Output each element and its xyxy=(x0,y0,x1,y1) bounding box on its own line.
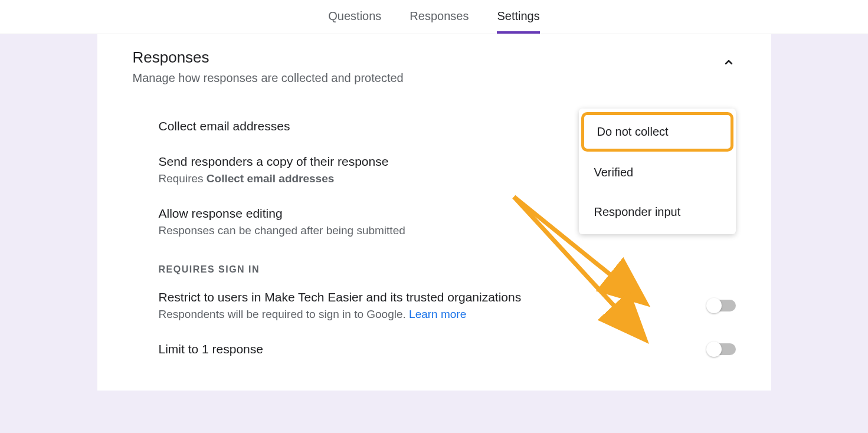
learn-more-link[interactable]: Learn more xyxy=(409,308,466,320)
tab-responses[interactable]: Responses xyxy=(410,0,469,34)
restrict-toggle[interactable] xyxy=(707,300,736,311)
collect-email-dropdown: Do not collect Verified Responder input xyxy=(579,109,736,234)
setting-restrict-users: Restrict to users in Make Tech Easier an… xyxy=(133,280,736,332)
section-subtitle: Manage how responses are collected and p… xyxy=(133,71,404,85)
limit-toggle[interactable] xyxy=(707,343,736,355)
subsection-requires-signin: REQUIRES SIGN IN xyxy=(133,248,736,280)
settings-card: Responses Manage how responses are colle… xyxy=(97,34,771,391)
restrict-desc: Respondents will be required to sign in … xyxy=(159,308,707,321)
section-header: Responses Manage how responses are colle… xyxy=(133,48,736,85)
section-title: Responses xyxy=(133,48,404,67)
dropdown-option-responderinput[interactable]: Responder input xyxy=(579,192,736,232)
setting-limit-response: Limit to 1 response xyxy=(133,332,736,367)
restrict-label: Restrict to users in Make Tech Easier an… xyxy=(159,290,707,304)
limit-label: Limit to 1 response xyxy=(159,342,707,356)
dropdown-option-verified[interactable]: Verified xyxy=(579,153,736,192)
dropdown-option-donotcollect[interactable]: Do not collect xyxy=(581,112,733,152)
chevron-up-icon[interactable] xyxy=(722,55,736,72)
tab-questions[interactable]: Questions xyxy=(328,0,381,34)
tab-settings[interactable]: Settings xyxy=(497,0,539,34)
tab-bar: Questions Responses Settings xyxy=(0,0,868,34)
